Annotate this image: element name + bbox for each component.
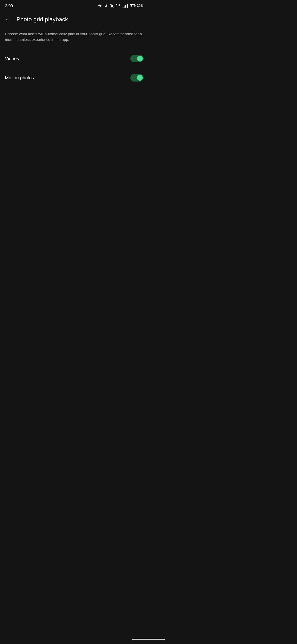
status-bar: 2:09 [0, 0, 148, 11]
mute-icon [110, 4, 114, 8]
bluetooth-icon [105, 4, 108, 8]
settings-list: Videos Motion photos [0, 49, 148, 87]
wifi-icon [116, 4, 120, 8]
videos-setting-row[interactable]: Videos [5, 49, 144, 68]
header: ← Photo grid playback [0, 11, 148, 28]
svg-rect-3 [102, 5, 102, 6]
back-arrow-icon: ← [5, 17, 10, 22]
videos-toggle[interactable] [130, 55, 144, 62]
svg-point-1 [99, 5, 100, 6]
motion-photos-toggle-thumb [137, 75, 143, 81]
vpn-icon [98, 4, 103, 8]
signal-icon [122, 4, 128, 8]
motion-photos-toggle[interactable] [130, 74, 144, 82]
battery-icon [130, 4, 135, 7]
battery-percent: 30% [137, 4, 144, 8]
motion-photos-setting-row[interactable]: Motion photos [5, 68, 144, 87]
back-button[interactable]: ← [3, 15, 12, 24]
status-icons: 30% [98, 4, 144, 8]
page-description: Choose what items will automatically pla… [0, 28, 148, 49]
motion-photos-label: Motion photos [5, 75, 34, 80]
page-title: Photo grid playback [16, 16, 68, 23]
status-time: 2:09 [5, 4, 13, 8]
videos-toggle-thumb [137, 56, 143, 62]
videos-label: Videos [5, 56, 19, 61]
svg-rect-4 [101, 5, 101, 6]
